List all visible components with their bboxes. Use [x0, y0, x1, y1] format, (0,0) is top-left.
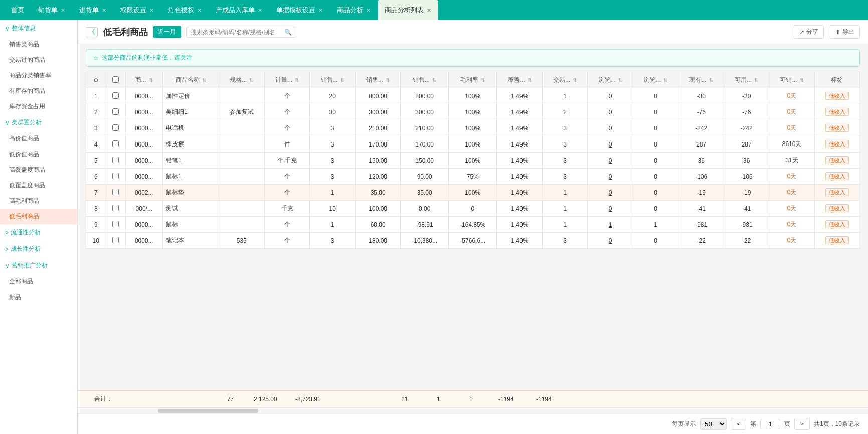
cell-cb-9[interactable]	[106, 233, 125, 249]
sidebar-item-high-coverage[interactable]: 高覆盖度商品	[0, 162, 77, 178]
scrollbar-area[interactable]	[78, 407, 868, 413]
sidebar-group-cluster-title[interactable]: ∨ 类群置分析	[0, 114, 77, 131]
col-spec[interactable]: 规格... ⇅	[219, 72, 264, 88]
next-page-button[interactable]: ＞	[794, 418, 810, 430]
nav-analysis-list[interactable]: 商品分析列表 ✕	[378, 0, 438, 20]
browse1-link-3[interactable]: 0	[609, 141, 612, 148]
cell-cb-2[interactable]	[106, 120, 125, 136]
scrollbar-thumb[interactable]	[158, 409, 258, 413]
row-checkbox-4[interactable]	[112, 157, 119, 163]
cell-browse1-6[interactable]: 0	[588, 185, 633, 201]
sidebar-group-marketing-title[interactable]: ∨ 营销推广分析	[0, 257, 77, 274]
sidebar-item-all-products[interactable]: 全部商品	[0, 274, 77, 290]
nav-template[interactable]: 单据模板设置 ✕	[269, 0, 330, 20]
nav-analysis[interactable]: 商品分析 ✕	[330, 0, 378, 20]
close-perm-icon[interactable]: ✕	[149, 7, 154, 14]
col-available[interactable]: 可用... ⇅	[724, 72, 769, 88]
search-icon[interactable]: 🔍	[284, 29, 292, 36]
col-name[interactable]: 商品名称 ⇅	[163, 72, 219, 88]
close-roles-icon[interactable]: ✕	[197, 7, 202, 14]
cell-browse1-4[interactable]: 0	[588, 153, 633, 169]
cell-browse1-3[interactable]: 0	[588, 136, 633, 153]
row-checkbox-8[interactable]	[112, 221, 119, 227]
browse1-link-2[interactable]: 0	[609, 125, 612, 132]
sidebar-item-high-value[interactable]: 高价值商品	[0, 131, 77, 147]
browse1-link-5[interactable]: 0	[609, 173, 612, 180]
cell-browse1-1[interactable]: 0	[588, 104, 633, 120]
row-checkbox-9[interactable]	[112, 237, 119, 243]
col-sales-qty[interactable]: 销售... ⇅	[310, 72, 355, 88]
nav-permissions[interactable]: 权限设置 ✕	[113, 0, 161, 20]
browse1-link-1[interactable]: 0	[609, 109, 612, 116]
page-number-input[interactable]	[760, 419, 780, 429]
col-unit[interactable]: 计量... ⇅	[264, 72, 309, 88]
cell-cb-7[interactable]	[106, 201, 125, 217]
row-checkbox-3[interactable]	[112, 140, 119, 147]
nav-product-entry[interactable]: 产成品入库单 ✕	[209, 0, 269, 20]
cell-browse1-0[interactable]: 0	[588, 88, 633, 104]
col-sales-price[interactable]: 销售... ⇅	[355, 72, 400, 88]
col-tag[interactable]: 标签	[814, 72, 859, 88]
browse1-link-4[interactable]: 0	[609, 157, 612, 164]
sidebar-item-traded-products[interactable]: 交易过的商品	[0, 52, 77, 68]
nav-purchase[interactable]: 进货单 ✕	[72, 0, 113, 20]
col-checkbox[interactable]	[106, 72, 125, 88]
col-coverage[interactable]: 覆盖... ⇅	[497, 72, 542, 88]
browse1-link-7[interactable]: 0	[609, 205, 612, 212]
browse1-link-0[interactable]: 0	[609, 93, 612, 100]
browse1-link-8[interactable]: 1	[609, 221, 612, 228]
sidebar-item-stock-capital[interactable]: 库存资金占用	[0, 99, 77, 114]
close-purchase-icon[interactable]: ✕	[102, 7, 106, 14]
nav-home[interactable]: 首页	[4, 0, 31, 20]
page-size-select[interactable]: 50 100 200	[700, 418, 727, 430]
sidebar-item-low-coverage[interactable]: 低覆盖度商品	[0, 178, 77, 193]
cell-cb-4[interactable]	[106, 153, 125, 169]
sidebar-item-category-rate[interactable]: 商品分类销售率	[0, 68, 77, 83]
period-button[interactable]: 近一月	[153, 26, 181, 38]
share-button[interactable]: ↗ 分享	[794, 25, 824, 39]
sidebar-collapse-btn[interactable]: 《	[86, 27, 98, 37]
sidebar-item-high-margin[interactable]: 高毛利商品	[0, 193, 77, 209]
cell-browse1-9[interactable]: 0	[588, 233, 633, 249]
cell-browse1-7[interactable]: 0	[588, 201, 633, 217]
col-code[interactable]: 商... ⇅	[125, 72, 163, 88]
row-checkbox-6[interactable]	[112, 189, 119, 195]
browse1-link-6[interactable]: 0	[609, 189, 612, 196]
col-trade-count[interactable]: 交易... ⇅	[542, 72, 587, 88]
row-checkbox-5[interactable]	[112, 173, 119, 179]
sidebar-item-new-products[interactable]: 新品	[0, 290, 77, 305]
cell-cb-1[interactable]	[106, 104, 125, 120]
row-checkbox-2[interactable]	[112, 124, 119, 131]
cell-cb-6[interactable]	[106, 185, 125, 201]
close-template-icon[interactable]: ✕	[318, 7, 323, 14]
close-analysis-icon[interactable]: ✕	[366, 7, 371, 14]
cell-browse1-2[interactable]: 0	[588, 120, 633, 136]
close-entry-icon[interactable]: ✕	[258, 7, 262, 14]
nav-sales[interactable]: 销货单 ✕	[31, 0, 72, 20]
cell-cb-0[interactable]	[106, 88, 125, 104]
browse1-link-9[interactable]: 0	[609, 237, 612, 244]
row-checkbox-7[interactable]	[112, 205, 119, 211]
search-input[interactable]	[191, 29, 282, 36]
close-sales-icon[interactable]: ✕	[61, 7, 65, 14]
nav-roles[interactable]: 角色授权 ✕	[161, 0, 209, 20]
cell-browse1-8[interactable]: 1	[588, 217, 633, 233]
sidebar-item-low-value[interactable]: 低价值商品	[0, 147, 77, 162]
cell-cb-5[interactable]	[106, 169, 125, 185]
prev-page-button[interactable]: ＜	[731, 418, 746, 430]
select-all-checkbox[interactable]	[112, 76, 119, 83]
sidebar-item-sales-products[interactable]: 销售类商品	[0, 37, 77, 52]
col-saleable[interactable]: 可销... ⇅	[769, 72, 814, 88]
col-browse2[interactable]: 浏览... ⇅	[633, 72, 678, 88]
col-current-stock[interactable]: 现有... ⇅	[678, 72, 724, 88]
cell-cb-3[interactable]	[106, 136, 125, 153]
sidebar-item-low-margin[interactable]: 低毛利商品	[0, 209, 77, 224]
close-list-icon[interactable]: ✕	[427, 7, 431, 14]
col-browse1[interactable]: 浏览... ⇅	[588, 72, 633, 88]
row-checkbox-0[interactable]	[112, 92, 119, 99]
col-sales-profit[interactable]: 销售... ⇅	[401, 72, 449, 88]
col-settings[interactable]: ⚙	[86, 72, 106, 88]
export-button[interactable]: ⬆ 导出	[830, 25, 860, 39]
cell-browse1-5[interactable]: 0	[588, 169, 633, 185]
row-checkbox-1[interactable]	[112, 108, 119, 115]
